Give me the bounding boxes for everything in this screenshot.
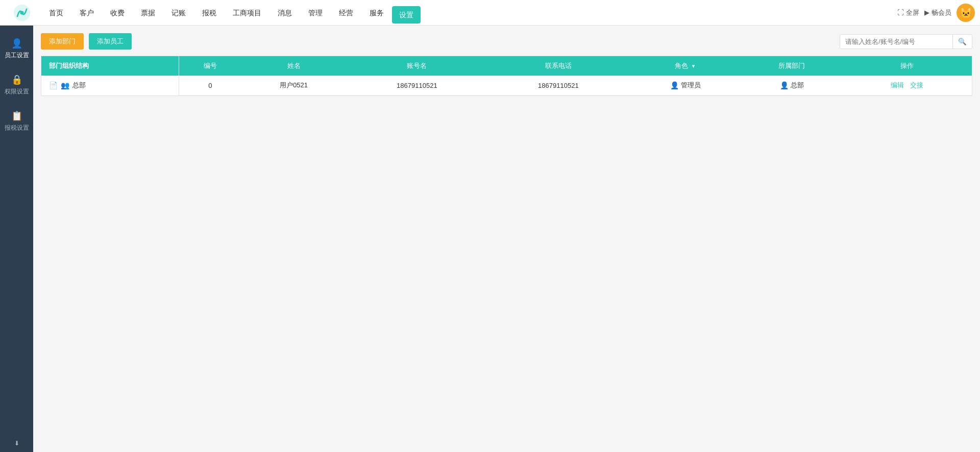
col-dept: 所属部门 [742, 56, 842, 76]
add-dept-button[interactable]: 添加部门 [41, 33, 84, 50]
nav-fee[interactable]: 收费 [102, 0, 133, 26]
dept-name: 总部 [72, 81, 86, 90]
file-icon: 📄 [49, 81, 58, 89]
cell-id: 0 [179, 76, 241, 96]
cell-phone: 18679110521 [487, 76, 629, 96]
sidebar-employee-label: 员工设置 [5, 51, 29, 60]
col-id: 编号 [179, 56, 241, 76]
dept-tree-item[interactable]: 📄 👥 总部 [41, 76, 179, 95]
data-table: 编号 姓名 账号名 联系电话 角色 ▼ 所属部门 操作 0 [179, 56, 972, 96]
nav-bills[interactable]: 票据 [133, 0, 163, 26]
cell-name: 用户0521 [241, 76, 347, 96]
col-account: 账号名 [346, 56, 487, 76]
member-icon: ▶ [924, 9, 929, 16]
dept-person-icon: 👤 [780, 81, 789, 89]
download-icon: ⬇ [14, 440, 19, 447]
toolbar: 添加部门 添加员工 🔍 [41, 33, 972, 50]
fullscreen-button[interactable]: ⛶ 全屏 [897, 8, 919, 17]
sidebar-permission-label: 权限设置 [5, 87, 29, 96]
top-navigation: 首页 客户 收费 票据 记账 报税 工商项目 消息 管理 经营 服务 设置 ⛶ … [0, 0, 980, 26]
col-action: 操作 [842, 56, 972, 76]
role-person-icon: 👤 [670, 81, 679, 89]
employee-table: 编号 姓名 账号名 联系电话 角色 ▼ 所属部门 操作 0 [179, 56, 972, 96]
person-icon: 👥 [61, 81, 69, 89]
sort-icon: ▼ [691, 63, 696, 69]
member-label: 畅会员 [932, 8, 951, 17]
search-input[interactable] [840, 35, 952, 49]
search-area: 🔍 [840, 34, 972, 49]
employee-icon: 👤 [11, 38, 22, 49]
dept-value: 总部 [791, 81, 804, 90]
user-avatar[interactable]: 🐱 [957, 4, 975, 22]
role-value: 管理员 [681, 81, 701, 90]
nav-accounting[interactable]: 记账 [163, 0, 194, 26]
tax-settings-icon: 📋 [11, 110, 22, 122]
handover-link[interactable]: 交接 [910, 81, 923, 89]
dept-tree-header: 部门组织结构 [41, 56, 179, 76]
cell-dept: 👤 总部 [742, 76, 842, 96]
search-button[interactable]: 🔍 [952, 35, 972, 49]
table-row: 0 用户0521 18679110521 18679110521 👤 管理员 [179, 76, 972, 96]
nav-business[interactable]: 工商项目 [225, 0, 270, 26]
nav-settings[interactable]: 设置 [392, 6, 421, 23]
search-icon: 🔍 [958, 38, 967, 45]
nav-items: 首页 客户 收费 票据 记账 报税 工商项目 消息 管理 经营 服务 设置 [41, 0, 897, 26]
nav-home[interactable]: 首页 [41, 0, 71, 26]
table-header-row: 编号 姓名 账号名 联系电话 角色 ▼ 所属部门 操作 [179, 56, 972, 76]
main-content: 添加部门 添加员工 🔍 部门组织结构 📄 👥 总部 编号 [33, 26, 980, 452]
nav-service[interactable]: 服务 [361, 0, 392, 26]
sidebar-item-permission[interactable]: 🔒 权限设置 [0, 67, 33, 103]
sidebar-item-employee[interactable]: 👤 员工设置 [0, 31, 33, 67]
content-area: 部门组织结构 📄 👥 总部 编号 姓名 账号名 联系电话 角色 [41, 56, 972, 96]
fullscreen-icon: ⛶ [897, 9, 904, 16]
col-role[interactable]: 角色 ▼ [629, 56, 741, 76]
nav-client[interactable]: 客户 [71, 0, 102, 26]
fullscreen-label: 全屏 [906, 8, 919, 17]
logo [5, 4, 38, 22]
col-phone: 联系电话 [487, 56, 629, 76]
nav-manage[interactable]: 管理 [300, 0, 331, 26]
sidebar-bottom-button[interactable]: ⬇ [0, 433, 33, 452]
permission-icon: 🔒 [11, 74, 22, 85]
nav-message[interactable]: 消息 [270, 0, 300, 26]
add-employee-button[interactable]: 添加员工 [89, 33, 132, 50]
cell-actions: 编辑 交接 [842, 76, 972, 96]
sidebar-tax-label: 报税设置 [5, 124, 29, 132]
sidebar-item-tax-settings[interactable]: 📋 报税设置 [0, 103, 33, 139]
svg-point-1 [20, 11, 23, 14]
col-name: 姓名 [241, 56, 347, 76]
nav-tax[interactable]: 报税 [194, 0, 225, 26]
edit-link[interactable]: 编辑 [891, 81, 904, 89]
cell-role: 👤 管理员 [629, 76, 741, 96]
left-sidebar: 👤 员工设置 🔒 权限设置 📋 报税设置 ⬇ [0, 26, 33, 452]
cell-account: 18679110521 [346, 76, 487, 96]
nav-right: ⛶ 全屏 ▶ 畅会员 🐱 [897, 4, 975, 22]
dept-tree: 部门组织结构 📄 👥 总部 [41, 56, 179, 96]
nav-operation[interactable]: 经营 [331, 0, 361, 26]
member-button[interactable]: ▶ 畅会员 [924, 8, 951, 17]
